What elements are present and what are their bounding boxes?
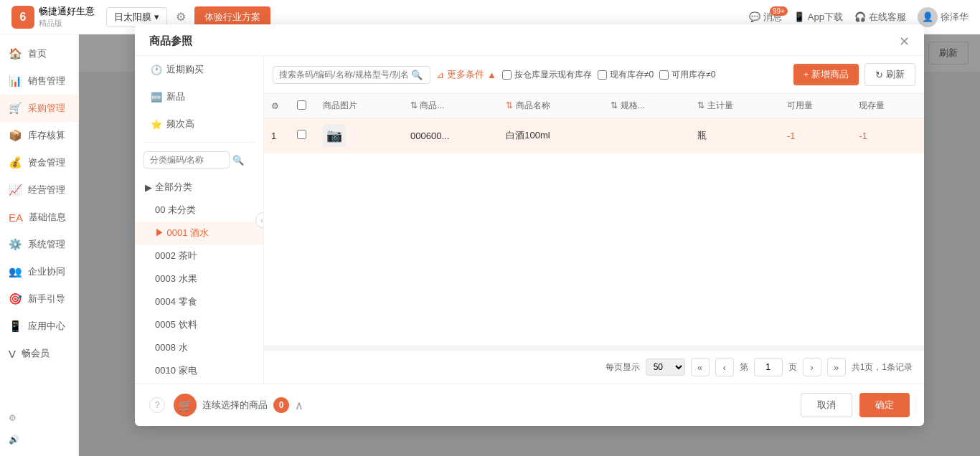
filter-warehouse-checkbox[interactable]	[502, 70, 512, 80]
filter-available-label[interactable]: 可用库存≠0	[659, 69, 715, 81]
last-page-btn[interactable]: »	[827, 358, 846, 376]
cancel-button[interactable]: 取消	[801, 393, 852, 417]
cell-available: -1	[780, 118, 852, 153]
cart-area: 🛒 连续选择的商品 0 ∧	[174, 394, 303, 417]
row-checkbox[interactable]	[297, 130, 306, 139]
sidebar-item-home[interactable]: 🏠 首页	[0, 40, 78, 67]
apps-icon: 📱	[9, 320, 22, 333]
cat-item-water[interactable]: 0008 水	[135, 336, 263, 359]
headset-icon: 🎧	[854, 11, 866, 22]
refresh-icon: ↻	[875, 70, 883, 80]
th-settings[interactable]: ⚙	[264, 94, 290, 118]
mobile-icon: 📱	[793, 11, 805, 22]
filter-more-btn[interactable]: ⊿ 更多条件 ▲	[436, 68, 496, 81]
finance-icon: 💰	[9, 156, 22, 169]
user-menu[interactable]: 👤 徐泽华	[918, 7, 969, 27]
search-icon[interactable]: 🔍	[411, 70, 423, 80]
ops-icon: 📈	[9, 184, 22, 196]
sales-icon: 📊	[9, 75, 22, 87]
sidebar-item-finance[interactable]: 💰 资金管理	[0, 149, 78, 176]
expand-icon: ▶	[145, 182, 152, 193]
prev-page-btn[interactable]: ‹	[715, 358, 734, 376]
new-icon: 🆕	[151, 92, 162, 103]
sidebar-bottom: ⚙ 🔊	[0, 402, 78, 456]
sidebar-item-apps[interactable]: 📱 应用中心	[0, 313, 78, 340]
app-download-button[interactable]: 📱 App下载	[793, 11, 843, 24]
modal-title: 商品参照	[149, 34, 192, 48]
help-icon[interactable]: ?	[149, 397, 165, 413]
product-search-input[interactable]	[279, 70, 408, 80]
filter-bar: 🔍 ⊿ 更多条件 ▲ 按仓库显示现有库存	[264, 56, 924, 94]
table-header-row: ⚙ 商品图片 ⇅ 商品...	[264, 94, 924, 118]
cat-item-tea[interactable]: 0002 茶叶	[135, 244, 263, 267]
cat-item-liquor[interactable]: ▶ 0001 酒水	[135, 222, 263, 244]
enterprise-icon: 👥	[9, 265, 22, 278]
sidebar-item-inventory[interactable]: 📦 库存核算	[0, 122, 78, 149]
sidebar: 🏠 首页 📊 销售管理 🛒 采购管理 📦 库存核算 💰 资金管理 📈 经营管理 …	[0, 34, 79, 456]
page-number-input[interactable]: 1	[754, 358, 783, 376]
cat-item-drinks[interactable]: 0005 饮料	[135, 313, 263, 336]
th-available[interactable]: 可用量	[780, 94, 852, 118]
filter-stock-label[interactable]: 现有库存≠0	[598, 69, 654, 81]
system-icon: ⚙️	[9, 238, 22, 251]
sidebar-item-system[interactable]: ⚙️ 系统管理	[0, 231, 78, 258]
cell-name: 白酒100ml	[499, 118, 603, 153]
cat-item-fruit[interactable]: 0003 水果	[135, 267, 263, 290]
cell-code: 000600...	[403, 118, 499, 153]
first-page-btn[interactable]: «	[691, 358, 710, 376]
cat-item-appliance[interactable]: 0010 家电	[135, 359, 263, 382]
cat-search-input[interactable]	[143, 151, 230, 168]
refresh-modal-button[interactable]: ↻ 刷新	[864, 63, 915, 86]
right-panel: 🔍 ⊿ 更多条件 ▲ 按仓库显示现有库存	[264, 56, 924, 384]
sidebar-item-vip[interactable]: V 畅会员	[0, 340, 78, 367]
cell-checkbox[interactable]	[290, 118, 316, 153]
sort-icon-code: ⇅	[410, 100, 418, 110]
cell-stock: -1	[852, 118, 924, 153]
cat-all[interactable]: ▶ 全部分类	[135, 176, 263, 199]
pagination-bar: 每页显示 50 20 100 « ‹ 第 1 页 › » 共1页，1条记	[264, 350, 924, 384]
cat-freq-btn[interactable]: ⭐ 频次高	[141, 112, 258, 136]
cat-search-icon[interactable]: 🔍	[232, 155, 244, 166]
product-search-box[interactable]: 🔍	[273, 66, 430, 84]
filter-warehouse-label[interactable]: 按仓库显示现有库存	[502, 69, 592, 81]
th-unit[interactable]: ⇅ 主计量	[690, 94, 779, 118]
cart-icon[interactable]: 🛒	[174, 394, 197, 417]
close-icon[interactable]: ✕	[899, 35, 910, 48]
cell-spec	[603, 118, 690, 153]
cat-new-btn[interactable]: 🆕 新品	[141, 85, 258, 109]
sidebar-volume[interactable]: 🔊	[0, 429, 78, 450]
sidebar-item-basic[interactable]: EA 基础信息	[0, 204, 78, 231]
category-panel: ‹‹ 🕐 近期购买 🆕 新品 ⭐ 频次高	[135, 56, 264, 384]
settings-icon[interactable]: ⚙	[176, 10, 186, 24]
add-product-button[interactable]: + 新增商品	[793, 64, 859, 85]
volume-icon: 🔊	[9, 434, 19, 445]
modal-body: ‹‹ 🕐 近期购买 🆕 新品 ⭐ 频次高	[135, 56, 924, 384]
sidebar-settings[interactable]: ⚙	[0, 407, 78, 429]
th-spec[interactable]: ⇅ 规格...	[603, 94, 690, 118]
cat-item-snack[interactable]: 0004 零食	[135, 290, 263, 313]
sidebar-item-operations[interactable]: 📈 经营管理	[0, 176, 78, 204]
page-size-select[interactable]: 50 20 100	[646, 358, 685, 376]
sidebar-item-purchase[interactable]: 🛒 采购管理	[0, 95, 78, 122]
th-checkbox[interactable]	[290, 94, 316, 118]
home-icon: 🏠	[9, 47, 22, 60]
th-code[interactable]: ⇅ 商品...	[403, 94, 499, 118]
cell-image: 📷	[316, 118, 403, 153]
inventory-icon: 📦	[9, 129, 22, 142]
sidebar-item-guide[interactable]: 🎯 新手引导	[0, 285, 78, 313]
collapse-icon[interactable]: ∧	[295, 399, 303, 412]
footer-buttons: 取消 确定	[801, 393, 910, 417]
messages-button[interactable]: 💬 消息 99+	[749, 11, 782, 24]
confirm-button[interactable]: 确定	[859, 393, 910, 417]
filter-available-checkbox[interactable]	[659, 70, 669, 80]
next-page-btn[interactable]: ›	[803, 358, 821, 376]
select-all-checkbox[interactable]	[297, 100, 306, 110]
filter-stock-checkbox[interactable]	[598, 70, 607, 80]
cat-item-unclassified[interactable]: 00 未分类	[135, 199, 263, 222]
chevron-down-icon: ▾	[154, 11, 159, 22]
th-name[interactable]: ⇅ 商品名称	[499, 94, 603, 118]
online-service-button[interactable]: 🎧 在线客服	[854, 11, 906, 24]
cat-recent-btn[interactable]: 🕐 近期购买	[141, 57, 258, 82]
sidebar-item-sales[interactable]: 📊 销售管理	[0, 67, 78, 95]
sidebar-item-enterprise[interactable]: 👥 企业协同	[0, 258, 78, 285]
